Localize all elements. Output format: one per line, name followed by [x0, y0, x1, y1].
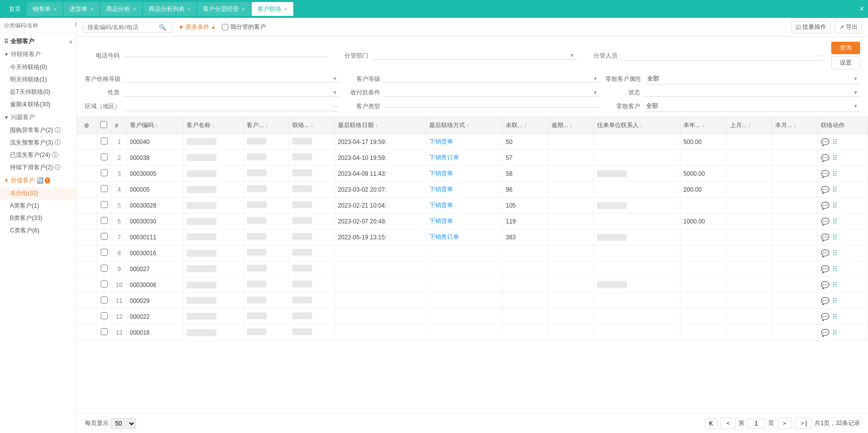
close-tab-customer-tier[interactable]: × — [242, 6, 245, 12]
sidebar-item-class-b[interactable]: B类客户(33) — [0, 212, 76, 224]
row-checkbox-4[interactable] — [101, 201, 108, 208]
sidebar-item-today-pending[interactable]: 今天待联络(0) — [0, 61, 76, 73]
more-icon-1[interactable]: ⠿ — [832, 154, 837, 162]
th-last-contact-method[interactable]: 最后联络方式 ↕ — [426, 117, 503, 134]
cell-settings-11[interactable] — [77, 309, 97, 325]
th-uncontacted[interactable]: 未联... ↕ — [503, 117, 548, 134]
row-checkbox-8[interactable] — [101, 265, 108, 272]
sidebar-item-hoarding-abnormal[interactable]: 囤购异常客户(2) ⓘ — [0, 124, 76, 137]
more-icon-2[interactable]: ⠿ — [832, 170, 837, 178]
row-checkbox-5[interactable] — [101, 217, 108, 224]
region-input[interactable]: ··· — [125, 102, 339, 111]
sidebar-collapse-btn[interactable]: « — [69, 38, 72, 45]
row-checkbox-0[interactable] — [101, 138, 108, 144]
payment-select[interactable]: ▼ — [384, 89, 600, 97]
more-icon-4[interactable]: ⠿ — [832, 202, 837, 210]
cell-settings-7[interactable] — [77, 245, 97, 261]
cell-settings-2[interactable] — [77, 166, 97, 182]
group-pending-contact[interactable]: ▼ 待联络客户 — [0, 48, 76, 61]
first-page-btn[interactable]: K — [705, 419, 718, 429]
chat-icon-5[interactable]: 💬 — [821, 217, 829, 225]
search-input[interactable] — [87, 24, 157, 31]
group-problem-customers[interactable]: ▼ 问题客户 — [0, 111, 76, 124]
customer-type-input[interactable] — [384, 105, 600, 108]
reset-btn[interactable]: 设置 — [831, 56, 860, 70]
close-tab-purchase[interactable]: × — [90, 6, 93, 12]
more-icon-6[interactable]: ⠿ — [832, 233, 837, 241]
row-checkbox-10[interactable] — [101, 296, 108, 303]
chat-icon-0[interactable]: 💬 — [821, 138, 829, 146]
window-close[interactable]: × — [860, 4, 864, 13]
chat-icon-2[interactable]: 💬 — [821, 170, 829, 178]
row-checkbox-2[interactable] — [101, 169, 108, 176]
more-icon-9[interactable]: ⠿ — [832, 281, 837, 289]
more-icon-0[interactable]: ⠿ — [832, 138, 837, 146]
search-icon[interactable]: 🔍 — [159, 24, 166, 31]
more-icon-12[interactable]: ⠿ — [832, 329, 837, 337]
th-this-month[interactable]: 本月... ↕ — [772, 117, 818, 134]
phone-input[interactable] — [124, 55, 328, 57]
chat-icon-6[interactable]: 💬 — [821, 233, 829, 241]
per-page-dropdown[interactable]: 50 100 200 — [111, 418, 136, 429]
th-this-year[interactable]: 本年... ↕ — [680, 117, 727, 134]
sidebar-item-tomorrow-pending[interactable]: 明天待联络(1) — [0, 73, 76, 86]
tab-customer-tier[interactable]: 客户分层经营 × — [197, 2, 251, 16]
page-number-input[interactable] — [747, 419, 765, 429]
th-last-contact-date[interactable]: 最后联络日期 ↕ — [334, 117, 426, 134]
close-tab-product-analysis[interactable]: × — [133, 6, 136, 12]
retail-attr-select[interactable]: 全部 ▼ — [645, 73, 860, 84]
th-type[interactable]: 客户... ↕ — [244, 117, 289, 134]
nature-select[interactable]: ▼ — [124, 89, 339, 97]
cell-settings-0[interactable] — [77, 134, 97, 150]
query-btn[interactable]: 查询 — [831, 42, 860, 54]
customer-tier-select[interactable]: ▼ — [384, 75, 600, 83]
row-checkbox-7[interactable] — [101, 249, 108, 256]
batch-ops-btn[interactable]: ☑ 批量操作 — [791, 21, 831, 33]
sidebar-item-overdue[interactable]: 逾期未联络(30) — [0, 98, 76, 111]
cell-settings-9[interactable] — [77, 277, 97, 293]
chat-icon-3[interactable]: 💬 — [821, 186, 829, 194]
home-tab[interactable]: 首页 — [4, 5, 26, 13]
close-tab-product-analysis-list[interactable]: × — [188, 6, 191, 12]
chat-icon-10[interactable]: 💬 — [821, 297, 829, 305]
chat-icon-1[interactable]: 💬 — [821, 154, 829, 162]
row-checkbox-9[interactable] — [101, 281, 108, 288]
sidebar-item-declining[interactable]: 持续下滑客户(2) ⓘ — [0, 161, 76, 174]
status-select[interactable]: ▼ — [644, 89, 860, 97]
cell-settings-4[interactable] — [77, 198, 97, 214]
cell-settings-6[interactable] — [77, 229, 97, 245]
sidebar-item-ungrouped[interactable]: 未分组(32) — [0, 187, 76, 200]
more-icon-10[interactable]: ⠿ — [832, 297, 837, 305]
dept-select[interactable]: ▼ — [372, 52, 576, 60]
group-value-customers[interactable]: ▼ 价值客户 🔄 ! — [0, 174, 76, 187]
sidebar-item-7days-pending[interactable]: 近7天待联络(0) — [0, 86, 76, 98]
tab-sales[interactable]: 销售单 × — [27, 2, 63, 16]
refresh-badge[interactable]: 🔄 — [37, 177, 44, 184]
tab-customer-contact[interactable]: 客户联络 × — [252, 2, 293, 16]
th-overdue[interactable]: 逾期... ↕ — [548, 117, 594, 134]
sidebar-item-churned[interactable]: 已流失客户(24) ⓘ — [0, 149, 76, 161]
cell-settings-3[interactable] — [77, 182, 97, 198]
all-customers-header[interactable]: ⠿ 全部客户 « — [0, 33, 76, 48]
sidebar-item-class-c[interactable]: C类客户(6) — [0, 224, 76, 237]
close-tab-sales[interactable]: × — [54, 6, 57, 12]
last-page-btn[interactable]: ＞| — [795, 418, 811, 429]
row-checkbox-1[interactable] — [101, 153, 108, 160]
row-checkbox-11[interactable] — [101, 312, 108, 319]
more-icon-3[interactable]: ⠿ — [832, 186, 837, 194]
sidebar-item-churn-warning[interactable]: 流失预警客户(3) ⓘ — [0, 137, 76, 149]
more-icon-7[interactable]: ⠿ — [832, 249, 837, 257]
cell-settings-10[interactable] — [77, 293, 97, 309]
more-icon-5[interactable]: ⠿ — [832, 217, 837, 225]
retail-customer-select[interactable]: 全部 ▼ — [644, 101, 860, 112]
tab-product-analysis-list[interactable]: 商品分析列表 × — [143, 2, 197, 16]
th-contact[interactable]: 联络... ↕ — [289, 117, 334, 134]
more-icon-8[interactable]: ⠿ — [832, 265, 837, 273]
next-page-btn[interactable]: ＞ — [777, 418, 792, 429]
tab-product-analysis[interactable]: 商品分析 × — [100, 2, 142, 16]
sidebar-item-class-a[interactable]: A类客户(1) — [0, 200, 76, 212]
chat-icon-4[interactable]: 💬 — [821, 202, 829, 210]
row-checkbox-6[interactable] — [101, 233, 108, 240]
th-last-month[interactable]: 上月... ↕ — [727, 117, 772, 134]
chat-icon-9[interactable]: 💬 — [821, 281, 829, 289]
